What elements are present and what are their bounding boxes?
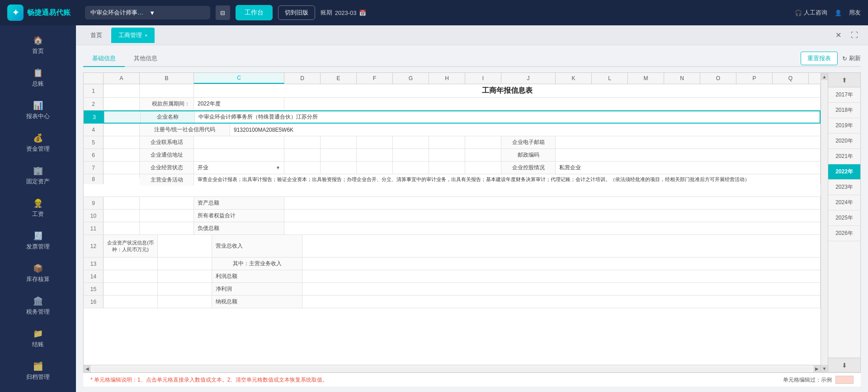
scroll-down-button[interactable]: ▼ — [821, 365, 828, 372]
workspace-button[interactable]: 工作台 — [236, 5, 273, 20]
cell-5-rest[interactable] — [556, 136, 821, 148]
scroll-right-button[interactable]: ▶ — [813, 365, 821, 373]
cell-1a[interactable] — [104, 84, 140, 97]
reset-report-button[interactable]: 重置报表 — [801, 52, 838, 65]
cell-5c[interactable] — [194, 136, 284, 148]
year-item-2017[interactable]: 2017年 — [828, 87, 860, 103]
cell-14b[interactable] — [158, 270, 212, 282]
cell-9a[interactable] — [104, 197, 140, 209]
cell-14a[interactable] — [104, 270, 158, 282]
old-version-button[interactable]: 切到旧版 — [278, 5, 315, 20]
expand-panel-button[interactable]: ⛶ — [848, 29, 861, 42]
service-button[interactable]: 🎧 人工咨询 — [795, 9, 827, 17]
cell-15b[interactable] — [158, 283, 212, 295]
cell-13a[interactable] — [104, 258, 158, 270]
sidebar-item-settings[interactable]: ⚙️ 设置 — [4, 388, 72, 392]
cell-5a[interactable] — [104, 136, 140, 148]
cell-6e[interactable] — [321, 149, 357, 161]
cell-7i[interactable] — [465, 162, 501, 174]
cell-9-value[interactable] — [284, 197, 821, 209]
cell-6h[interactable] — [429, 149, 465, 161]
cell-8a[interactable] — [104, 174, 140, 178]
cell-13-value[interactable] — [302, 258, 821, 270]
cell-7h[interactable] — [429, 162, 465, 174]
year-item-2019[interactable]: 2019年 — [828, 118, 860, 134]
cell-11-value[interactable] — [284, 222, 821, 234]
cell-6a[interactable] — [104, 149, 140, 161]
year-item-2026[interactable]: 2026年 — [828, 226, 860, 241]
sidebar-item-tax[interactable]: 🏛️ 税务管理 — [4, 291, 72, 321]
sidebar-item-close[interactable]: 📁 结账 — [4, 323, 72, 354]
year-item-2022[interactable]: 2022年 — [828, 164, 860, 180]
close-panel-button[interactable]: ✕ — [832, 29, 844, 42]
cell-10a[interactable] — [104, 210, 140, 222]
horizontal-scrollbar[interactable]: ◀ ▶ — [84, 365, 821, 372]
cell-5h[interactable] — [429, 136, 465, 148]
year-item-2025[interactable]: 2025年 — [828, 210, 860, 226]
year-item-2023[interactable]: 2023年 — [828, 180, 860, 195]
sidebar-item-inventory[interactable]: 📦 库存核算 — [4, 258, 72, 289]
cell-16a[interactable] — [104, 296, 158, 308]
cell-5f[interactable] — [357, 136, 393, 148]
cell-7d[interactable] — [284, 162, 321, 174]
copy-button[interactable]: ⊟ — [216, 5, 230, 20]
calendar-icon[interactable]: 📅 — [359, 10, 366, 16]
year-item-2018[interactable]: 2018年 — [828, 103, 860, 118]
cell-12-value[interactable] — [302, 235, 821, 257]
sidebar-item-home[interactable]: 🏠 首页 — [4, 30, 72, 61]
cell-6g[interactable] — [393, 149, 429, 161]
cell-4-value[interactable]: 91320100MA208E5W6K — [230, 124, 821, 136]
scroll-track[interactable] — [92, 367, 812, 371]
cell-7f[interactable] — [357, 162, 393, 174]
cell-2a[interactable] — [104, 98, 140, 110]
sidebar-item-invoice[interactable]: 🧾 发票管理 — [4, 225, 72, 256]
cell-5e[interactable] — [321, 136, 357, 148]
sub-tab-other[interactable]: 其他信息 — [125, 51, 166, 66]
cell-16b[interactable] — [158, 296, 212, 308]
cell-3a[interactable] — [104, 111, 141, 123]
refresh-button[interactable]: ↻ 刷新 — [842, 54, 861, 62]
cell-2-rest[interactable] — [284, 98, 821, 110]
cell-3c[interactable]: 中审众环会计师事务所（特殊普通合伙）江苏分所 — [195, 111, 820, 123]
cell-9b[interactable] — [140, 197, 194, 209]
sidebar-item-finance[interactable]: 💰 资金管理 — [4, 128, 72, 158]
cell-6-rest[interactable] — [556, 149, 821, 161]
scroll-left-button[interactable]: ◀ — [84, 365, 91, 373]
cell-7g[interactable] — [393, 162, 429, 174]
cell-8-value[interactable]: 审查企业会计报表；出具审计报告；验证企业资本；出具验资报告；办理企业合开、分立、… — [194, 174, 821, 185]
tab-home[interactable]: 首页 — [83, 28, 109, 43]
cell-10b[interactable] — [140, 210, 194, 222]
cell-7-dropdown[interactable]: 开业 ▼ — [194, 162, 284, 174]
sidebar-item-payroll[interactable]: 👷 工资 — [4, 193, 72, 224]
tab-business[interactable]: 工商管理 × — [111, 28, 155, 43]
cell-5i[interactable] — [465, 136, 501, 148]
cell-6f[interactable] — [357, 149, 393, 161]
cell-12b[interactable] — [158, 235, 212, 257]
year-item-2020[interactable]: 2020年 — [828, 134, 860, 149]
year-item-2021[interactable]: 2021年 — [828, 149, 860, 164]
cell-2c[interactable]: 2022年度 — [194, 98, 284, 110]
cell-6d[interactable] — [284, 149, 321, 161]
cell-14-value[interactable] — [302, 270, 821, 282]
cell-10-value[interactable] — [284, 210, 821, 222]
company-selector[interactable]: 中审众环会计师事务所（特殊普通合伙... ▼ — [85, 6, 210, 19]
cell-1b[interactable] — [140, 84, 194, 97]
sub-tab-basic[interactable]: 基础信息 — [83, 51, 125, 67]
cell-7-value2[interactable]: 私营企业 — [556, 162, 821, 174]
cell-5g[interactable] — [393, 136, 429, 148]
cell-5d[interactable] — [284, 136, 321, 148]
cell-7a[interactable] — [104, 162, 140, 174]
sidebar-item-reports[interactable]: 📊 报表中心 — [4, 95, 72, 126]
sidebar-item-ledger[interactable]: 📋 总账 — [4, 62, 72, 93]
cell-4a[interactable] — [104, 124, 140, 136]
sidebar-item-assets[interactable]: 🏢 固定资产 — [4, 160, 72, 191]
cell-11a[interactable] — [104, 222, 140, 234]
cell-6c[interactable] — [194, 149, 284, 161]
year-panel-down[interactable]: ⬇ — [828, 358, 860, 372]
cell-11b[interactable] — [140, 222, 194, 234]
cell-15a[interactable] — [104, 283, 158, 295]
year-item-2024[interactable]: 2024年 — [828, 195, 860, 210]
v-scroll-track[interactable] — [821, 80, 828, 365]
sidebar-item-archive[interactable]: 🗂️ 归档管理 — [4, 356, 72, 387]
cell-13b[interactable] — [158, 258, 212, 270]
